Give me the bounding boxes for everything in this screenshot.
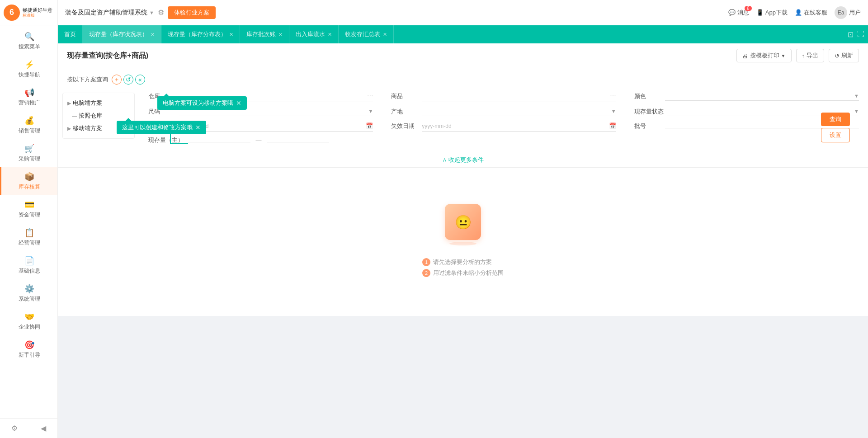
connector-dot: [167, 126, 172, 131]
empty-steps: 1 请先选择要分析的方案 2 用过滤条件来缩小分析范围: [422, 258, 504, 280]
sub-arrow-icon: —: [72, 113, 77, 118]
tab-receive-summary[interactable]: 收发存汇总表 ✕: [339, 25, 394, 43]
product-input-wrapper[interactable]: ···: [422, 90, 616, 102]
footer-collapse-icon[interactable]: ◀: [41, 424, 46, 433]
reset-button[interactable]: 设置: [821, 128, 850, 142]
tab-inventory-batch[interactable]: 库存批次账 ✕: [240, 25, 289, 43]
expiry-date-value: yyyy-mm-dd: [422, 123, 451, 129]
color-select-wrapper[interactable]: ▼: [665, 91, 859, 101]
expiry-date-wrapper[interactable]: yyyy-mm-dd 📅: [422, 121, 616, 132]
filter-product: 商品 ···: [391, 90, 616, 102]
sidebar-item-system[interactable]: ⚙️ 系统管理: [0, 279, 57, 307]
tab-inventory-distribution[interactable]: 现存量（库存分布表） ✕: [161, 25, 240, 43]
scheme-item-desktop-sub[interactable]: — 按照仓库: [63, 109, 134, 122]
refresh-button[interactable]: ↺ 刷新: [829, 49, 859, 62]
tooltip-create-scheme: 这里可以创建和修改方案哦 ✕: [117, 121, 206, 134]
sidebar: 6 畅捷通好生意 标准版 🔍 搜索菜单 ⚡ 快捷导航 📢 营销推广 💰 销售管理…: [0, 0, 58, 438]
filter-refresh-button[interactable]: ↺: [123, 75, 133, 85]
tooltip-scheme-close[interactable]: ✕: [236, 99, 241, 107]
chevron-down-icon: ▼: [854, 108, 859, 114]
industry-solution-button[interactable]: 体验行业方案: [168, 6, 216, 19]
page-title: 现存量查询(按仓库+商品): [67, 51, 148, 61]
sidebar-item-purchase[interactable]: 🛒 采购管理: [0, 139, 57, 167]
page-actions: 🖨 按模板打印 ▼ ↑ 导出 ↺ 刷新: [736, 49, 859, 62]
sidebar-item-marketing[interactable]: 📢 营销推广: [0, 83, 57, 111]
filter-add-button[interactable]: +: [112, 75, 122, 85]
tab-home[interactable]: 首页: [58, 25, 83, 43]
settings-icon[interactable]: ⚙: [158, 8, 164, 17]
tabs-maximize-icon[interactable]: ⊡: [848, 30, 854, 39]
chevron-down-icon: ▼: [368, 108, 373, 114]
chevron-down-icon: ▼: [149, 10, 154, 15]
user-profile[interactable]: Ea 用户: [835, 6, 861, 19]
bell-icon: 💬: [728, 9, 736, 16]
export-button[interactable]: ↑ 导出: [796, 49, 825, 62]
print-icon: 🖨: [742, 52, 748, 59]
filter-title: 按以下方案查询: [67, 75, 108, 84]
sidebar-item-inventory[interactable]: 📦 库存核算: [0, 167, 57, 195]
batch-label: 批号: [634, 122, 661, 130]
filter-arrow-button[interactable]: «: [135, 75, 145, 85]
system-name: 装备及固定资产辅助管理系统: [65, 9, 147, 17]
product-label: 商品: [391, 92, 418, 100]
range-separator: —: [256, 137, 262, 144]
calendar-icon[interactable]: 📅: [609, 122, 616, 129]
enterprise-icon: 🤝: [24, 312, 34, 322]
query-button-area: 查询 设置: [821, 113, 850, 142]
query-button[interactable]: 查询: [821, 113, 850, 126]
chevron-down-icon: ▼: [854, 93, 859, 99]
production-date-wrapper[interactable]: yyyy-mm-dd 📅: [179, 121, 373, 132]
collapse-button[interactable]: ∧ 收起更多条件: [67, 153, 859, 167]
export-icon: ↑: [802, 52, 805, 59]
origin-select-wrapper[interactable]: ▼: [422, 107, 616, 116]
product-dots[interactable]: ···: [610, 92, 616, 100]
robot-icon: 😐: [445, 204, 481, 240]
tab-close-icon[interactable]: ✕: [278, 32, 283, 38]
inventory-status-label: 现存量状态: [634, 108, 664, 116]
tab-inventory-status[interactable]: 现存量（库存状况表） ✕: [83, 25, 161, 43]
tab-inventory-flow[interactable]: 出入库流水 ✕: [289, 25, 339, 43]
calendar-icon[interactable]: 📅: [366, 122, 373, 129]
robot-shadow: [449, 242, 476, 245]
footer-settings-icon[interactable]: ⚙: [11, 424, 18, 433]
page-header: 现存量查询(按仓库+商品) 🖨 按模板打印 ▼ ↑ 导出 ↺ 刷新: [58, 43, 868, 68]
empty-state: 😐 1 请先选择要分析的方案 2 用过滤条件来缩小分析范围: [58, 168, 868, 316]
template-print-button[interactable]: 🖨 按模板打印 ▼: [736, 49, 792, 62]
sidebar-item-guide[interactable]: 🎯 新手引导: [0, 335, 57, 363]
online-service[interactable]: 👤 在线客服: [795, 9, 827, 17]
tab-close-icon[interactable]: ✕: [151, 32, 155, 38]
tooltip-scheme-mobile: 电脑方案可设为移动方案哦 ✕: [157, 96, 247, 110]
notification-bell[interactable]: 💬 消息 6: [728, 9, 749, 17]
basic-icon: 📄: [24, 256, 34, 266]
filter-expiry-date: 失效日期 yyyy-mm-dd 📅: [391, 121, 616, 132]
tabs-fullscreen-icon[interactable]: ⛶: [857, 30, 864, 38]
inventory-main-to[interactable]: [267, 138, 330, 142]
purchase-icon: 🛒: [24, 144, 34, 154]
sidebar-item-finance[interactable]: 💳 资金管理: [0, 195, 57, 223]
operation-icon: 📋: [24, 228, 34, 238]
tab-close-icon[interactable]: ✕: [383, 32, 387, 38]
scheme-item-desktop[interactable]: ▶ 电脑端方案: [63, 97, 134, 109]
sidebar-item-sales[interactable]: 💰 销售管理: [0, 111, 57, 139]
inventory-main-from[interactable]: [188, 138, 250, 142]
filter-row-3: 生产日期 yyyy-mm-dd 📅 失效日期 yyyy-mm-dd 📅: [148, 121, 859, 132]
arrow-icon: ▶: [67, 126, 71, 132]
tooltip-create-close[interactable]: ✕: [195, 124, 201, 131]
sidebar-item-operation[interactable]: 📋 经营管理: [0, 223, 57, 251]
avatar: Ea: [835, 6, 847, 19]
tab-close-icon[interactable]: ✕: [229, 32, 233, 38]
sidebar-item-enterprise[interactable]: 🤝 企业协同: [0, 307, 57, 335]
warehouse-dots[interactable]: ···: [367, 92, 373, 100]
sales-icon: 💰: [24, 116, 34, 126]
tab-close-icon[interactable]: ✕: [328, 32, 332, 38]
sidebar-item-quick-nav[interactable]: ⚡ 快捷导航: [0, 55, 57, 83]
marketing-icon: 📢: [24, 88, 34, 98]
sidebar-footer: ⚙ ◀: [0, 418, 57, 438]
tooltip-scheme-text: 电脑方案可设为移动方案哦: [163, 99, 233, 107]
sidebar-nav: 🔍 搜索菜单 ⚡ 快捷导航 📢 营销推广 💰 销售管理 🛒 采购管理 📦 库存核…: [0, 25, 57, 418]
system-selector[interactable]: 装备及固定资产辅助管理系统 ▼: [65, 9, 154, 17]
sidebar-item-search[interactable]: 🔍 搜索菜单: [0, 27, 57, 55]
app-download[interactable]: 📱 App下载: [756, 9, 788, 17]
sidebar-item-basic[interactable]: 📄 基础信息: [0, 251, 57, 279]
service-icon: 👤: [795, 9, 802, 16]
